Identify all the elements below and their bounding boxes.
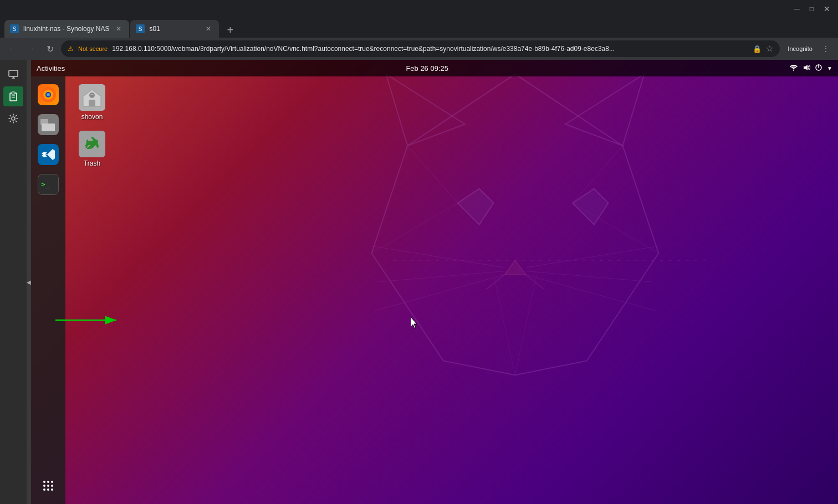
svg-point-33 — [793, 70, 794, 71]
svg-rect-8 — [12, 92, 15, 94]
svg-line-23 — [526, 246, 658, 268]
extensions-button[interactable]: ⋮ — [818, 41, 834, 56]
svg-line-18 — [487, 275, 504, 289]
ubuntu-desktop[interactable]: Activities Feb 26 09:25 — [31, 60, 838, 504]
bookmark-icon[interactable]: ☆ — [766, 44, 773, 54]
svg-marker-17 — [504, 260, 526, 275]
svg-marker-12 — [372, 74, 659, 376]
vscode-icon — [38, 144, 59, 165]
novnc-sidebar — [0, 60, 27, 504]
profile-button[interactable]: Incognito — [783, 41, 817, 56]
minimize-button[interactable]: ─ — [791, 4, 803, 13]
svg-point-48 — [51, 481, 53, 483]
forward-button[interactable]: → — [23, 41, 39, 56]
svg-line-25 — [526, 275, 655, 311]
svg-point-39 — [47, 93, 50, 96]
svg-point-49 — [43, 485, 45, 487]
topbar-right: ▼ — [789, 64, 832, 73]
dock-terminal[interactable]: >_ — [35, 172, 61, 197]
firefox-icon — [38, 84, 59, 105]
back-button[interactable]: ← — [4, 41, 20, 56]
svg-point-54 — [51, 488, 53, 491]
novnc-display-icon[interactable] — [3, 64, 23, 84]
svg-line-21 — [379, 271, 504, 282]
app-grid-icon — [38, 476, 58, 496]
novnc-settings-icon[interactable] — [3, 109, 23, 128]
green-arrow-annotation — [55, 312, 122, 331]
mouse-cursor — [411, 317, 420, 331]
svg-line-19 — [526, 275, 544, 289]
address-bar[interactable]: ⚠ Not secure 192.168.0.110:5000/webman/3… — [61, 40, 780, 57]
svg-marker-14 — [565, 74, 644, 146]
svg-point-51 — [51, 485, 53, 487]
nav-bar: ← → ↻ ⚠ Not secure 192.168.0.110:5000/we… — [0, 38, 838, 60]
tab-1[interactable]: S linuxhint-nas - Synology NAS ✕ — [4, 20, 129, 38]
gnome-topbar: Activities Feb 26 09:25 — [31, 60, 838, 76]
trash-icon-image — [79, 131, 105, 157]
activities-button[interactable]: Activities — [37, 64, 65, 73]
home-icon-label: shovon — [81, 113, 103, 121]
svg-point-11 — [12, 117, 15, 120]
datetime-display: Feb 26 09:25 — [406, 64, 448, 73]
svg-marker-16 — [573, 189, 609, 225]
maximize-button[interactable]: □ — [806, 5, 817, 13]
security-icon: ⚠ — [68, 45, 74, 53]
svg-point-46 — [43, 481, 45, 483]
not-secure-label: Not secure — [78, 45, 108, 52]
window-controls: ─ □ ✕ — [791, 4, 834, 13]
tab-1-title: linuxhint-nas - Synology NAS — [23, 25, 109, 33]
svg-line-27 — [573, 146, 623, 203]
novnc-clipboard-icon[interactable] — [3, 86, 23, 106]
nav-right-icons: Incognito ⋮ — [783, 41, 834, 56]
network-icon[interactable] — [789, 64, 798, 73]
desktop-icon-home[interactable]: shovon — [70, 82, 114, 123]
svg-line-22 — [375, 275, 504, 311]
app-grid-button[interactable] — [35, 473, 61, 498]
terminal-icon: >_ — [38, 174, 59, 195]
tab-1-close[interactable]: ✕ — [114, 24, 124, 34]
gnome-dock: >_ — [31, 76, 65, 504]
svg-line-20 — [372, 246, 504, 268]
reload-button[interactable]: ↻ — [42, 41, 58, 56]
topbar-clock[interactable]: Feb 26 09:25 — [406, 64, 448, 73]
power-icon[interactable] — [815, 64, 822, 73]
desktop-icons: shovon Trash — [70, 82, 114, 169]
tab-2-title: s01 — [149, 25, 199, 33]
close-button[interactable]: ✕ — [820, 4, 834, 13]
topbar-menu-arrow[interactable]: ▼ — [827, 65, 832, 71]
dock-vscode[interactable] — [35, 142, 61, 167]
svg-rect-42 — [42, 124, 55, 131]
svg-line-29 — [573, 203, 658, 254]
vnc-content: ◀ — [0, 60, 838, 504]
svg-marker-15 — [458, 189, 494, 225]
home-folder-icon — [79, 84, 105, 111]
novnc-panel-handle[interactable]: ◀ — [27, 60, 31, 504]
tabs-bar: S linuxhint-nas - Synology NAS ✕ S s01 ✕… — [0, 18, 838, 38]
desktop-icon-trash[interactable]: Trash — [70, 128, 114, 169]
address-text: 192.168.0.110:5000/webman/3rdparty/Virtu… — [112, 45, 748, 53]
sound-icon[interactable] — [803, 64, 810, 73]
svg-point-52 — [43, 488, 45, 491]
lock-icon: 🔒 — [753, 45, 762, 53]
panel-collapse-icon: ◀ — [27, 279, 31, 285]
trash-icon-label: Trash — [84, 160, 100, 167]
svg-text:>_: >_ — [41, 180, 50, 188]
dock-firefox[interactable] — [35, 82, 61, 107]
svg-point-53 — [47, 488, 49, 491]
svg-point-50 — [47, 485, 49, 487]
tab-1-favicon: S — [10, 24, 19, 33]
svg-line-26 — [407, 146, 458, 203]
tab-2-favicon: S — [136, 24, 145, 33]
svg-line-30 — [494, 275, 515, 375]
svg-line-24 — [526, 271, 651, 282]
svg-rect-56 — [89, 100, 95, 106]
topbar-left: Activities — [37, 64, 65, 73]
svg-rect-4 — [9, 70, 18, 76]
browser-chrome: ─ □ ✕ S linuxhint-nas - Synology NAS ✕ S… — [0, 0, 838, 60]
tab-2-close[interactable]: ✕ — [203, 24, 213, 34]
dock-files[interactable] — [35, 112, 61, 137]
new-tab-button[interactable]: + — [222, 22, 238, 38]
svg-marker-13 — [386, 74, 465, 146]
tab-2[interactable]: S s01 ✕ — [130, 20, 219, 38]
svg-text:S: S — [13, 26, 17, 32]
